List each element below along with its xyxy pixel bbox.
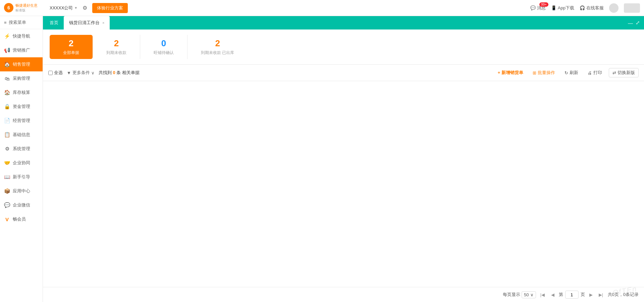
sidebar-item-label: 销售管理	[13, 61, 30, 67]
page-suffix: 页	[581, 292, 585, 298]
sidebar-item-label: 企业微信	[13, 202, 30, 208]
sidebar-item-label: 应用中心	[13, 188, 30, 194]
purchase-icon: 🛍	[4, 76, 10, 81]
refresh-icon: ↻	[565, 70, 568, 75]
refresh-label: 刷新	[570, 70, 578, 76]
sidebar-item-label: 畅会员	[13, 216, 26, 222]
settings-button[interactable]: ⚙	[80, 3, 90, 13]
search-menu-label: 搜索菜单	[9, 19, 26, 25]
select-all-input[interactable]	[48, 71, 53, 75]
found-count: 0	[113, 70, 115, 75]
message-button[interactable]: 💬 消息 99+	[530, 5, 546, 11]
switch-new-version-button[interactable]: ⇄ 切换新版	[609, 68, 639, 77]
page-navigation: |◀ ◀ 第 页 ▶ ▶|	[539, 291, 605, 299]
sidebar-item-operations[interactable]: 📄 经营管理	[0, 114, 43, 128]
add-sales-order-button[interactable]: + 新增销货单	[495, 68, 526, 77]
batch-icon: ⊞	[533, 70, 536, 75]
sidebar-item-label: 基础信息	[13, 132, 30, 138]
app-download-button[interactable]: 📱 App下载	[551, 5, 574, 11]
select-all-label: 全选	[54, 70, 63, 76]
tab-home-label: 首页	[50, 20, 58, 26]
online-service-button[interactable]: 🎧 在线客服	[580, 5, 604, 11]
stat-num-overdue-unpaid: 2	[114, 38, 119, 49]
basic-info-icon: 📋	[4, 132, 10, 138]
quick-nav-icon: ⚡	[4, 33, 10, 39]
sidebar-item-finance[interactable]: 🔒 资金管理	[0, 100, 43, 114]
switch-icon: ⇄	[612, 70, 616, 75]
select-all-checkbox[interactable]: 全选	[48, 70, 63, 76]
toolbar: 全选 ▼ 更多条件 ∨ 共找到 0 条 相关单据 + 新增销货单 ⊞	[43, 65, 644, 81]
tab-close-icon[interactable]: ×	[102, 21, 104, 25]
stat-card-all[interactable]: 2 全部单据	[50, 35, 93, 59]
tab-bar-actions: — ⤢	[628, 20, 643, 26]
page-number-input[interactable]	[565, 291, 579, 299]
found-unit: 条	[116, 70, 121, 75]
app-download-icon: 📱	[551, 5, 556, 10]
batch-label: 批量操作	[538, 70, 555, 76]
sidebar-item-marketing[interactable]: 📢 营销推广	[0, 43, 43, 57]
sales-icon: 🏠	[4, 61, 10, 67]
sidebar-item-cooperation[interactable]: 🤝 企业协同	[0, 156, 43, 170]
sidebar-item-label: 库存核算	[13, 89, 30, 96]
stat-num-all: 2	[69, 38, 73, 49]
toolbar-right: + 新增销货单 ⊞ 批量操作 ↻ 刷新 🖨 打印 ⇄	[495, 68, 639, 77]
new-version-label: 切换新版	[618, 70, 635, 76]
company-selector[interactable]: XXXXX公司 ▼	[50, 5, 77, 11]
sidebar-item-app-center[interactable]: 📦 应用中心	[0, 184, 43, 198]
stat-card-overdue-unpaid[interactable]: 2 到期未收款	[93, 35, 140, 59]
sidebar-item-purchase[interactable]: 🛍 采购管理	[0, 71, 43, 85]
tab-active-label: 钱货日清工作台	[69, 20, 100, 26]
member-icon: V	[4, 217, 10, 222]
page-size-arrow: ∨	[530, 292, 534, 297]
batch-operation-button[interactable]: ⊞ 批量操作	[530, 68, 558, 77]
per-page-label: 每页显示	[503, 292, 520, 298]
system-icon: ⚙	[4, 146, 10, 152]
logo-area: 6 畅捷通好生意 标准版	[4, 3, 47, 12]
next-page-button[interactable]: ▶	[587, 291, 595, 299]
sidebar-item-basic-info[interactable]: 📋 基础信息	[0, 128, 43, 142]
table-area	[43, 81, 644, 287]
tab-active[interactable]: 钱货日清工作台 ×	[64, 16, 110, 29]
sidebar-item-system[interactable]: ⚙ 系统管理	[0, 142, 43, 156]
tab-expand-button[interactable]: ⤢	[636, 20, 640, 26]
sidebar-item-inventory[interactable]: 🏠 库存核算	[0, 85, 43, 100]
sidebar-item-label: 经营管理	[13, 118, 30, 124]
refresh-button[interactable]: ↻ 刷新	[562, 68, 581, 77]
tab-home[interactable]: 首页	[44, 16, 64, 29]
stat-num-overdue-unshipped: 2	[215, 38, 220, 49]
filter-button[interactable]: ▼ 更多条件 ∨	[67, 70, 95, 76]
sidebar-item-label: 新手引导	[13, 174, 30, 180]
user-name[interactable]	[624, 3, 640, 13]
stat-card-pending-confirm[interactable]: 0 旺铺待确认	[140, 35, 187, 59]
inventory-icon: 🏠	[4, 89, 10, 96]
avatar[interactable]	[609, 3, 619, 13]
search-menu-button[interactable]: ≡ 搜索菜单	[0, 16, 43, 29]
sidebar-item-label: 营销推广	[13, 47, 30, 53]
first-page-button[interactable]: |◀	[539, 291, 547, 299]
sidebar-item-wechat[interactable]: 💬 企业微信	[0, 198, 43, 212]
page-size-dropdown[interactable]: 50 ∨	[522, 291, 536, 298]
print-label: 打印	[593, 70, 602, 76]
last-page-button[interactable]: ▶|	[597, 291, 605, 299]
sidebar-item-label: 系统管理	[13, 146, 30, 152]
page-label: 第	[559, 292, 563, 298]
sidebar-item-newbie[interactable]: 📖 新手引导	[0, 170, 43, 184]
headset-icon: 🎧	[580, 5, 585, 10]
stat-label-overdue-unpaid: 到期未收款	[106, 50, 126, 56]
online-service-label: 在线客服	[586, 5, 604, 11]
top-header: 6 畅捷通好生意 标准版 XXXXX公司 ▼ ⚙ 体验行业方案 💬 消息 99+…	[0, 0, 644, 16]
found-text: 共找到 0 条 相关单据	[99, 70, 140, 76]
sidebar-item-quick-nav[interactable]: ⚡ 快捷导航	[0, 29, 43, 43]
sidebar-item-sales[interactable]: 🏠 销售管理	[0, 57, 43, 71]
search-icon: ≡	[4, 20, 7, 25]
prev-page-button[interactable]: ◀	[549, 291, 557, 299]
sidebar-item-label: 企业协同	[13, 160, 30, 166]
operations-icon: 📄	[4, 118, 10, 124]
print-button[interactable]: 🖨 打印	[585, 68, 605, 77]
experience-button[interactable]: 体验行业方案	[92, 3, 128, 13]
stat-card-overdue-unshipped[interactable]: 2 到期未收款 已出库	[187, 35, 248, 59]
tab-minimize-button[interactable]: —	[628, 20, 633, 26]
marketing-icon: 📢	[4, 47, 10, 53]
sidebar: ≡ 搜索菜单 ⚡ 快捷导航 📢 营销推广 🏠 销售管理 🛍 采购管理 🏠 库存核…	[0, 16, 43, 302]
sidebar-item-member[interactable]: V 畅会员	[0, 212, 43, 226]
